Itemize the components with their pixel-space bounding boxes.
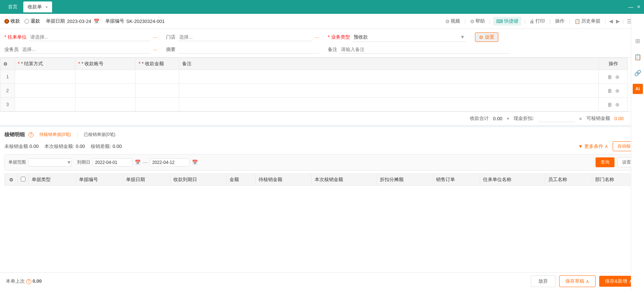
store-input[interactable] bbox=[178, 33, 313, 41]
row-1-amount[interactable] bbox=[136, 70, 179, 84]
done-tab[interactable]: 已核销单据(0笔) bbox=[82, 131, 118, 138]
sum-row: 收款合计 0.00 + 现金折扣: = 可核销金额 0.00 bbox=[0, 111, 644, 125]
discount-label: 现金折扣: bbox=[514, 115, 534, 122]
verify-table: ⚙ 单据类型 单据编号 单据日期 收款到期日 金额 待核销金额 本次核销金额 折… bbox=[4, 173, 640, 186]
next-arrow[interactable]: ▶ bbox=[616, 18, 620, 24]
row-1-delete-icon[interactable]: 🗑 bbox=[607, 74, 612, 80]
vcol-discount: 折扣分摊额 bbox=[377, 174, 433, 186]
pending-tab[interactable]: 待核销单据(0笔) bbox=[37, 131, 73, 138]
row-2-remark[interactable] bbox=[179, 84, 599, 98]
filter-icon: ▼ bbox=[578, 144, 583, 149]
vcol-pending: 待核销金额 bbox=[256, 174, 312, 186]
summary-input[interactable] bbox=[178, 46, 319, 54]
row-num-1: 1 bbox=[0, 70, 15, 84]
toolbar: 收款 退款 单据日期 2023-03-24 📅 单据编号 SK-20230324… bbox=[0, 14, 644, 29]
date-calendar-icon[interactable]: 📅 bbox=[94, 19, 99, 24]
row-2-delete-icon[interactable]: 🗑 bbox=[607, 88, 612, 94]
row-1-actions: 🗑 ⊕ bbox=[599, 70, 628, 84]
save-draft-arrow-icon: ∧ bbox=[586, 279, 589, 284]
verify-header: 核销明细 ? 待核销单据(0笔) | 已核销单据(0笔) bbox=[4, 131, 640, 138]
help-btn[interactable]: ⊙ 帮助 bbox=[469, 17, 486, 25]
ops-btn[interactable]: 操作 bbox=[554, 17, 566, 25]
salesperson-more-icon[interactable]: ··· bbox=[153, 47, 157, 52]
vcol-settings[interactable]: ⚙ bbox=[5, 174, 18, 186]
remark-input[interactable] bbox=[339, 46, 510, 54]
row-3-copy-icon[interactable]: ⊕ bbox=[615, 102, 620, 107]
counterpart-field: * 往来单位 ··· bbox=[4, 33, 157, 41]
nav-tab-home[interactable]: 首页 bbox=[4, 1, 22, 12]
row-1-account[interactable] bbox=[75, 70, 136, 84]
row-2-account[interactable] bbox=[75, 84, 136, 98]
diff-value: 0.00 bbox=[113, 144, 122, 149]
verify-table-container: ⚙ 单据类型 单据编号 单据日期 收款到期日 金额 待核销金额 本次核销金额 折… bbox=[4, 173, 640, 269]
discount-input[interactable] bbox=[538, 115, 575, 122]
vcol-counterpart: 往来单位名称 bbox=[480, 174, 545, 186]
shortcut-btn[interactable]: ⌨ 快捷键 bbox=[493, 17, 521, 26]
verify-section: 核销明细 ? 待核销单据(0笔) | 已核销单据(0笔) 未核销金额 0.00 … bbox=[0, 125, 644, 272]
settings-gear-icon: ⚙ bbox=[479, 35, 483, 40]
col-payment-method: * * 结算方式 bbox=[15, 58, 75, 70]
main-area: 收款 退款 单据日期 2023-03-24 📅 单据编号 SK-20230324… bbox=[0, 14, 644, 290]
close-window-icon[interactable]: × bbox=[637, 4, 640, 10]
print-btn[interactable]: 🖨 打印 bbox=[528, 17, 546, 25]
sidebar-table-icon[interactable]: ⊞ bbox=[633, 36, 643, 46]
verify-info-icon[interactable]: ? bbox=[28, 132, 34, 137]
tab-separator: | bbox=[77, 132, 78, 137]
table-row: 3 🗑 ⊕ bbox=[0, 98, 628, 111]
table-section: ⚙ * * 结算方式 * * 收款账号 * * 收款金额 备注 操作 1 bbox=[0, 58, 644, 111]
query-button[interactable]: 查询 bbox=[596, 157, 614, 167]
nav-tab-active[interactable]: 收款单 × bbox=[23, 1, 52, 12]
row-3-remark[interactable] bbox=[179, 98, 599, 111]
row-3-account[interactable] bbox=[75, 98, 136, 111]
row-1-copy-icon[interactable]: ⊕ bbox=[615, 74, 620, 80]
bottom-info-icon[interactable]: ? bbox=[26, 279, 31, 284]
vcol-checkbox[interactable] bbox=[18, 174, 29, 186]
salesperson-input[interactable] bbox=[21, 46, 151, 54]
row-1-remark[interactable] bbox=[179, 70, 599, 84]
due-date-from-calendar-icon[interactable]: 📅 bbox=[135, 160, 141, 165]
total-label: 收款合计 bbox=[470, 115, 489, 122]
total-value: 0.00 bbox=[493, 116, 502, 121]
due-date-to-calendar-icon[interactable]: 📅 bbox=[192, 160, 198, 165]
sidebar-ai-icon[interactable]: Ai bbox=[633, 84, 643, 94]
prev-arrow[interactable]: ◀ bbox=[609, 18, 613, 24]
due-date-to-input[interactable] bbox=[150, 158, 190, 166]
filter-query-area: 查询 设置 bbox=[596, 157, 636, 167]
vcol-doc-date: 单据日期 bbox=[123, 174, 170, 186]
discard-button[interactable]: 放弃 bbox=[531, 275, 555, 287]
sidebar-receipt-icon[interactable]: 📋 bbox=[633, 52, 643, 62]
bottom-bar: 本单上次 ? 0.00 放弃 保存草稿 ∧ 保存&新增 ∧ bbox=[0, 272, 644, 290]
row-2-payment[interactable] bbox=[15, 84, 75, 98]
due-date-from-input[interactable] bbox=[93, 158, 133, 166]
biz-type-field: * 业务类型 预收款 ▼ bbox=[328, 33, 466, 42]
range-select[interactable] bbox=[28, 158, 72, 166]
more-conditions-btn[interactable]: ▼ 更多条件 ∧ bbox=[578, 143, 608, 150]
history-btn[interactable]: 📋 历史单据 bbox=[573, 17, 602, 25]
row-3-amount[interactable] bbox=[136, 98, 179, 111]
row-3-delete-icon[interactable]: 🗑 bbox=[607, 102, 612, 107]
col-remark: 备注 bbox=[179, 58, 599, 70]
row-2-amount[interactable] bbox=[136, 84, 179, 98]
table-settings-icon[interactable]: ⚙ bbox=[0, 58, 15, 70]
radio-refund[interactable]: 退款 bbox=[24, 18, 40, 24]
biz-type-select[interactable]: 预收款 ▼ bbox=[352, 33, 466, 42]
save-draft-button[interactable]: 保存草稿 ∧ bbox=[559, 275, 596, 287]
row-2-copy-icon[interactable]: ⊕ bbox=[615, 88, 620, 94]
minimize-icon[interactable]: — bbox=[628, 4, 633, 10]
counterpart-input[interactable] bbox=[29, 33, 151, 41]
row-2-actions: 🗑 ⊕ bbox=[599, 84, 628, 98]
video-btn[interactable]: ⊙ 视频 bbox=[444, 17, 462, 25]
store-more-icon[interactable]: ··· bbox=[315, 34, 319, 40]
counterpart-label: * 往来单位 bbox=[4, 34, 27, 40]
radio-receipt[interactable]: 收款 bbox=[4, 18, 20, 24]
current-verify-value: 0.00 bbox=[76, 144, 85, 149]
close-tab-icon[interactable]: × bbox=[46, 5, 48, 9]
counterpart-more-icon[interactable]: ··· bbox=[153, 34, 157, 40]
form-settings-button[interactable]: ⚙ 设置 bbox=[475, 32, 498, 42]
row-1-payment[interactable] bbox=[15, 70, 75, 84]
receipt-table: ⚙ * * 结算方式 * * 收款账号 * * 收款金额 备注 操作 1 bbox=[0, 58, 628, 111]
form-row-1: * 往来单位 ··· 门店 ··· * 业务类型 预收款 ▼ ⚙ 设置 bbox=[4, 32, 640, 42]
row-3-payment[interactable] bbox=[15, 98, 75, 111]
sidebar-link-icon[interactable]: 🔗 bbox=[633, 68, 643, 78]
range-filter: 单据范围 ▼ bbox=[8, 158, 71, 166]
